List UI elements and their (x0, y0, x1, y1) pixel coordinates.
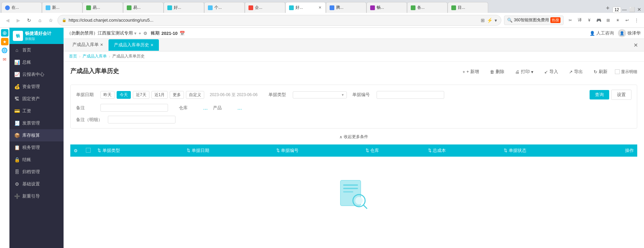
minimize-button[interactable]: — (621, 6, 628, 13)
scissor-icon[interactable]: ✂ (566, 16, 574, 24)
sidebar-item-checkout[interactable]: 🔒 结账 (9, 154, 64, 166)
grid2-icon[interactable]: ⊞ (604, 16, 612, 24)
sidebar-item-reports[interactable]: 📈 云报表中心 (9, 68, 64, 81)
panel-close-button[interactable]: ✕ (631, 42, 641, 48)
inner-tab-close-list[interactable]: ✕ (100, 43, 103, 47)
grid-icon: ⊞ (481, 18, 485, 23)
browser-tab-4[interactable]: 易... (123, 2, 164, 13)
inner-tab-list[interactable]: 产成品入库单 ✕ (67, 39, 109, 51)
browser-tab-5[interactable]: 好... (164, 2, 204, 13)
browser-tab-7[interactable]: 企... (245, 2, 285, 13)
forward-button[interactable]: ▶ (14, 16, 22, 24)
export-button[interactable]: ↗ 导出 (566, 67, 586, 76)
table-col-number[interactable]: ⇅ 单据编号 (273, 144, 362, 157)
date-today-btn[interactable]: 今天 (117, 91, 131, 99)
query-button[interactable]: 查询 (590, 90, 609, 99)
back-button[interactable]: ◀ (3, 16, 11, 24)
sidebar-item-funds[interactable]: 💰 资金管理 (9, 81, 64, 93)
type-filter-label: 单据类型 (268, 92, 287, 98)
table-col-cost[interactable]: ⇅ 总成本 (425, 144, 501, 157)
tab-close-8[interactable]: ✕ (318, 5, 322, 10)
delete-button[interactable]: 🗑 删除 (486, 67, 508, 76)
remark-filter-input[interactable] (100, 104, 168, 112)
user-service-button[interactable]: 👤 人工咨询 (590, 30, 614, 36)
table-col-checkbox[interactable] (82, 144, 94, 157)
date-more-btn[interactable]: 更多 (170, 91, 184, 99)
delete-label: 删除 (496, 69, 504, 75)
strip-icon-4[interactable]: ✉ (1, 55, 8, 63)
collapse-button[interactable]: ∧ 收起更多条件 (338, 133, 369, 141)
sidebar-item-label-archive: 归档管理 (22, 169, 40, 175)
date-month-btn[interactable]: 近1月 (151, 91, 168, 99)
add-org-button[interactable]: + (139, 31, 141, 36)
translate-icon[interactable]: 译 (576, 16, 584, 24)
url-bar[interactable]: 🔒 https://cloud.chanjet.com/accounting/u… (57, 15, 501, 26)
browser-tab-3[interactable]: 易... (82, 2, 123, 13)
chevron-down-icon[interactable]: ▾ (495, 18, 497, 23)
currency-icon[interactable]: ¥ (585, 16, 593, 24)
browser-tab-10[interactable]: 畅... (366, 2, 407, 13)
settings-org-button[interactable]: ⚙ (143, 31, 147, 36)
new-tab-button[interactable]: + (603, 3, 613, 13)
undo-icon[interactable]: ↩ (623, 16, 631, 24)
page-toolbar: + + 新增 🗑 删除 🖨 打印 ▾ (459, 67, 637, 76)
number-filter-input[interactable] (377, 91, 444, 99)
sun-icon[interactable]: ☀ (614, 16, 622, 24)
sidebar-item-fixed[interactable]: 🏗 固定资产 (9, 93, 64, 105)
sidebar-item-salary[interactable]: 💳 工资 (9, 105, 64, 117)
inner-tab-close-history[interactable]: ✕ (150, 43, 153, 47)
inner-tab-history[interactable]: 产成品入库单历史 ✕ (109, 39, 159, 51)
date-yesterday-btn[interactable]: 昨天 (100, 91, 115, 99)
date-custom-btn[interactable]: 自定义 (186, 91, 204, 99)
breadcrumb-list[interactable]: 产成品入库单 (82, 53, 107, 59)
refresh-browser-button[interactable]: ↻ (25, 16, 33, 24)
product-dots[interactable]: ... (237, 105, 242, 111)
browser-tab-12[interactable]: 目... (448, 2, 488, 13)
search-bar[interactable]: 🔍 360智能抠图免费用 热搜 (504, 16, 564, 25)
show-cols-toggle[interactable]: 显示明细 (615, 69, 637, 75)
browser-tab-11[interactable]: 各... (407, 2, 448, 13)
sidebar-item-tax[interactable]: 📋 税务管理 (9, 141, 64, 154)
close-window-button[interactable]: ✕ (636, 6, 643, 13)
browser-tab-8[interactable]: 好... ✕ (285, 2, 326, 13)
browser-tab-9[interactable]: 腾... (326, 2, 366, 13)
newbill-icon: ➕ (14, 194, 20, 199)
account-select[interactable]: （勿删勿禁用）江西服宝测试专用 ▾ (67, 30, 137, 36)
import-button[interactable]: ↙ 导入 (541, 67, 562, 76)
sidebar-item-inventory[interactable]: 📦 库存核算 (9, 129, 64, 141)
sidebar-item-archive[interactable]: 🗄 归档管理 (9, 166, 64, 178)
game-icon[interactable]: 🎮 (595, 16, 603, 24)
sidebar-item-home[interactable]: ⌂ 首页 (9, 44, 64, 56)
browser-tab-2[interactable]: 新... (42, 2, 82, 13)
remark-detail-input[interactable] (108, 116, 175, 123)
warehouse-dots[interactable]: ... (203, 105, 208, 111)
strip-icon-1[interactable]: ⊕ (1, 29, 8, 37)
sidebar-item-ledger[interactable]: 📊 总账 (9, 56, 64, 68)
strip-icon-2[interactable]: ★ (1, 38, 8, 45)
bookmark-button[interactable]: ☆ (47, 16, 55, 24)
calendar-icon[interactable]: 📅 (180, 31, 185, 36)
maximize-button[interactable]: ⬜ (628, 6, 635, 13)
sidebar-item-invoice[interactable]: 🧾 发票管理 (9, 117, 64, 129)
sidebar-item-newbill[interactable]: ➕ 新重引导 (9, 190, 64, 202)
strip-icon-3[interactable]: 🌐 (1, 47, 8, 54)
sidebar-item-basic[interactable]: ⚙ 基础设置 (9, 178, 64, 190)
table-col-status[interactable]: ⇅ 单据状态 (500, 144, 590, 157)
print-button[interactable]: 🖨 打印 ▾ (512, 67, 537, 76)
breadcrumb-home[interactable]: 首页 (69, 53, 77, 59)
browser-tab-6[interactable]: 个... (204, 2, 245, 13)
more-icon[interactable]: ⋮ (633, 16, 641, 24)
date-7days-btn[interactable]: 近7天 (133, 91, 149, 99)
sort-date-icon: ⇅ (187, 148, 190, 153)
filter-settings-button[interactable]: 设置 (611, 90, 631, 100)
new-button[interactable]: + + 新增 (459, 67, 482, 76)
type-select-arrow: ▾ (342, 93, 344, 97)
home-browser-button[interactable]: ⌂ (36, 16, 44, 24)
table-col-type[interactable]: ⇅ 单据类型 (94, 144, 183, 157)
table-col-warehouse[interactable]: ⇅ 仓库 (362, 144, 425, 157)
refresh-page-button[interactable]: ↻ 刷新 (590, 67, 611, 76)
table-col-gear[interactable]: ⚙ (70, 144, 82, 157)
type-select[interactable]: ▾ (293, 91, 347, 98)
browser-tab-1[interactable]: 在... (1, 2, 42, 13)
table-col-date[interactable]: ⇅ 单据日期 (183, 144, 272, 157)
